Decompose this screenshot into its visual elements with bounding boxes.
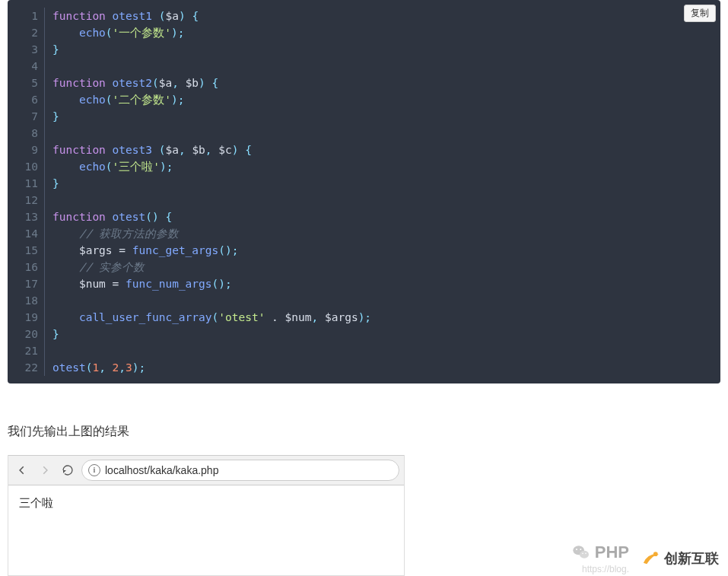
code-content: } (45, 41, 59, 58)
site-info-icon[interactable]: i (88, 464, 100, 476)
code-line: 19 call_user_func_array('otest' . $num, … (8, 309, 720, 326)
svg-point-3 (580, 549, 581, 550)
code-content: $num = func_num_args(); (45, 275, 232, 292)
code-line: 15 $args = func_get_args(); (8, 242, 720, 259)
url-bar[interactable]: i localhost/kaka/kaka.php (81, 460, 399, 481)
code-content: } (45, 108, 59, 125)
page-output: 三个啦 (19, 496, 53, 509)
code-content (45, 58, 59, 75)
svg-point-2 (576, 549, 577, 550)
copy-button[interactable]: 复制 (684, 5, 716, 22)
code-line: 9function otest3 ($a, $b, $c) { (8, 142, 720, 158)
code-content: otest(1, 2,3); (45, 359, 145, 376)
code-line: 22otest(1, 2,3); (8, 359, 720, 376)
line-number: 12 (8, 192, 45, 208)
code-content: echo('二个参数'); (45, 91, 185, 108)
back-button[interactable] (13, 461, 31, 479)
code-line: 17 $num = func_num_args(); (8, 275, 720, 292)
line-number: 7 (8, 108, 45, 125)
forward-button[interactable] (36, 461, 54, 479)
code-line: 5function otest2($a, $b) { (8, 75, 720, 91)
line-number: 18 (8, 292, 45, 309)
line-number: 9 (8, 142, 45, 158)
svg-point-5 (585, 552, 587, 554)
line-number: 19 (8, 309, 45, 326)
code-content (45, 342, 59, 359)
watermark-php: PHP (572, 543, 629, 562)
code-line: 14 // 获取方法的参数 (8, 225, 720, 242)
code-line: 20} (8, 326, 720, 342)
line-number: 15 (8, 242, 45, 259)
svg-point-4 (582, 552, 583, 554)
code-line: 10 echo('三个啦'); (8, 158, 720, 175)
line-number: 17 (8, 275, 45, 292)
code-line: 6 echo('二个参数'); (8, 91, 720, 108)
article-text: 我们先输出上图的结果 (0, 391, 728, 449)
line-number: 11 (8, 175, 45, 192)
brand-text: 创新互联 (664, 549, 719, 568)
code-content: } (45, 326, 59, 342)
line-number: 4 (8, 58, 45, 75)
code-content: function otest2($a, $b) { (45, 75, 218, 91)
code-line: 12 (8, 192, 720, 208)
code-line: 1function otest1 ($a) { (8, 8, 720, 24)
code-content (45, 292, 59, 309)
code-line: 16 // 实参个数 (8, 259, 720, 275)
code-content: } (45, 175, 59, 192)
code-line: 13function otest() { (8, 208, 720, 225)
brand-swoosh-icon (641, 549, 661, 568)
code-content: function otest1 ($a) { (45, 8, 199, 24)
line-number: 16 (8, 259, 45, 275)
code-line: 21 (8, 342, 720, 359)
code-content: function otest() { (45, 208, 172, 225)
code-block: 复制 1function otest1 ($a) {2 echo('一个参数')… (8, 0, 720, 383)
brand-logo: 创新互联 (641, 549, 719, 568)
code-line: 4 (8, 58, 720, 75)
line-number: 5 (8, 75, 45, 91)
code-content: function otest3 ($a, $b, $c) { (45, 142, 252, 158)
line-number: 2 (8, 24, 45, 41)
code-line: 3} (8, 41, 720, 58)
line-number: 21 (8, 342, 45, 359)
code-line: 11} (8, 175, 720, 192)
code-line: 18 (8, 292, 720, 309)
browser-screenshot: i localhost/kaka/kaka.php 三个啦 (8, 455, 405, 576)
browser-viewport: 三个啦 (8, 485, 404, 575)
line-number: 14 (8, 225, 45, 242)
line-number: 8 (8, 125, 45, 142)
svg-point-6 (653, 552, 658, 556)
code-content (45, 192, 59, 208)
wechat-icon (572, 543, 590, 562)
line-number: 13 (8, 208, 45, 225)
code-content: // 实参个数 (45, 259, 145, 275)
code-line: 2 echo('一个参数'); (8, 24, 720, 41)
code-content: echo('一个参数'); (45, 24, 185, 41)
reload-button[interactable] (59, 461, 77, 479)
code-content: // 获取方法的参数 (45, 225, 179, 242)
svg-point-1 (580, 550, 589, 558)
line-number: 20 (8, 326, 45, 342)
code-content: call_user_func_array('otest' . $num, $ar… (45, 309, 371, 326)
code-line: 8 (8, 125, 720, 142)
code-line: 7} (8, 108, 720, 125)
watermark-label: PHP (595, 543, 629, 562)
line-number: 22 (8, 359, 45, 376)
line-number: 3 (8, 41, 45, 58)
line-number: 6 (8, 91, 45, 108)
line-number: 1 (8, 8, 45, 24)
code-content (45, 125, 59, 142)
code-content: echo('三个啦'); (45, 158, 173, 175)
browser-toolbar: i localhost/kaka/kaka.php (8, 455, 404, 485)
line-number: 10 (8, 158, 45, 175)
watermark-url: https://blog. (582, 564, 629, 574)
code-content: $args = func_get_args(); (45, 242, 238, 259)
url-text: localhost/kaka/kaka.php (105, 464, 218, 476)
